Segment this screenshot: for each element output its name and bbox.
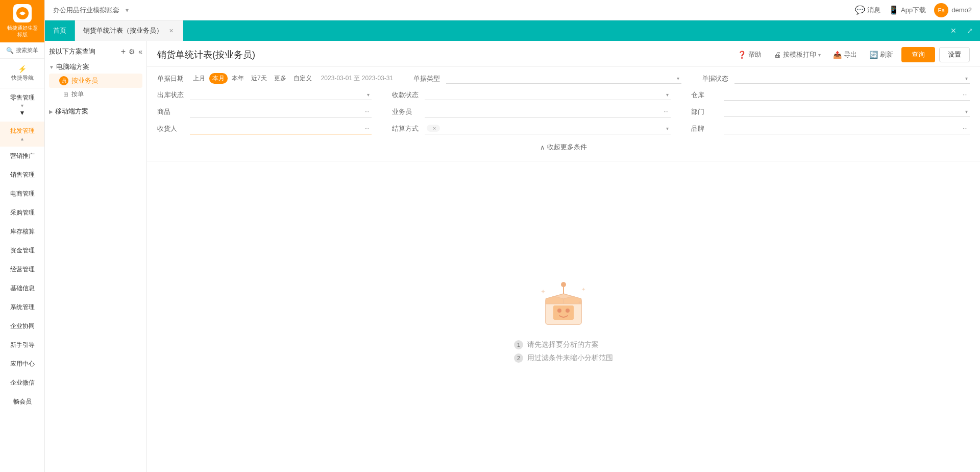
- date-label: 单据日期: [157, 74, 190, 83]
- settings-button[interactable]: 设置: [939, 47, 970, 62]
- warehouse-more-icon[interactable]: ···: [963, 91, 968, 98]
- date-tab-more[interactable]: 更多: [271, 73, 289, 84]
- help-button[interactable]: ❓ 帮助: [733, 48, 766, 61]
- scheme-sub-item-by-order[interactable]: ⊞ 按单: [49, 88, 142, 101]
- brand-label: 品牌: [691, 124, 724, 133]
- export-button[interactable]: 📤 导出: [829, 48, 861, 61]
- sidebar-item-operations[interactable]: 经营管理: [0, 260, 44, 279]
- refresh-button[interactable]: 🔄 刷新: [865, 48, 897, 61]
- pc-scheme-header[interactable]: ▼ 电脑端方案: [49, 60, 142, 74]
- template-print-button[interactable]: 🖨 按模板打印 ▾: [770, 48, 825, 61]
- page-title: 销货单统计表(按业务员): [157, 49, 255, 61]
- mobile-scheme-section: ▶ 移动端方案: [49, 105, 142, 118]
- sidebar-menu: 零售管理 ▼ 批发管理 ▲ 营销推广 销售管理 电商管理 采购管理 库存核算 资…: [0, 88, 44, 472]
- date-range-display: 2023-03-01 至 2023-03-31: [321, 74, 393, 83]
- sidebar-item-newbie[interactable]: 新手引导: [0, 336, 44, 355]
- sidebar-item-retail[interactable]: 零售管理 ▼: [0, 88, 44, 122]
- consignee-label: 收货人: [157, 124, 190, 133]
- date-filter-control: 上月 本月 本年 近7天 更多 自定义 2023-03-01 至 2023-03…: [190, 73, 393, 84]
- pc-scheme-section: ▼ 电脑端方案 员 按业务员 ⊞ 按单: [49, 60, 142, 101]
- date-tab-this-year[interactable]: 本年: [229, 73, 247, 84]
- sidebar-item-basic[interactable]: 基础信息: [0, 279, 44, 298]
- collapse-icon: ∧: [540, 144, 545, 151]
- sidebar-item-purchase[interactable]: 采购管理: [0, 203, 44, 222]
- sidebar-item-wechat[interactable]: 企业微信: [0, 373, 44, 392]
- settings-scheme-button[interactable]: ⚙: [129, 48, 135, 56]
- staff-more-icon[interactable]: ···: [664, 108, 669, 115]
- doc-type-control[interactable]: ▾: [446, 74, 681, 84]
- main-area: 办公用品行业模拟账套 ▾ 💬 消息 📱 App下载 Ea demo2 首页: [45, 0, 980, 472]
- date-tabs: 上月 本月 本年 近7天 更多 自定义: [190, 73, 315, 84]
- topbar-title: 办公用品行业模拟账套: [53, 6, 119, 15]
- warehouse-control[interactable]: ···: [724, 89, 970, 101]
- sidebar: 畅捷通好生意 标版 🔍 搜索菜单 ⚡ 快捷导航 零售管理 ▼ 批发管理 ▲ 营销…: [0, 0, 45, 472]
- page-actions: ❓ 帮助 🖨 按模板打印 ▾ 📤 导出 🔄 刷新: [733, 47, 970, 62]
- query-button[interactable]: 查询: [901, 47, 935, 62]
- brand-control[interactable]: ···: [724, 123, 970, 134]
- goods-more-icon[interactable]: ···: [364, 108, 370, 115]
- tab-close-button[interactable]: ✕: [167, 27, 175, 35]
- collapse-filters-button[interactable]: ∧ 收起更多条件: [157, 139, 970, 155]
- consignee-more-icon[interactable]: ···: [364, 125, 370, 132]
- empty-tips: 1 请先选择要分析的方案 2 用过滤条件来缩小分析范围: [514, 340, 613, 363]
- doc-status-control[interactable]: ▾: [734, 74, 970, 84]
- collapse-panel-button[interactable]: «: [138, 48, 142, 56]
- add-scheme-button[interactable]: +: [121, 47, 126, 56]
- retail-arrow: ▼: [20, 103, 24, 108]
- consignee-control[interactable]: ···: [190, 123, 372, 134]
- sidebar-item-finance[interactable]: 资金管理: [0, 241, 44, 260]
- goods-control[interactable]: ···: [190, 106, 372, 117]
- goods-label: 商品: [157, 107, 190, 116]
- sidebar-item-wholesale[interactable]: 批发管理 ▲: [0, 122, 44, 147]
- logo-icon: [13, 4, 32, 22]
- payment-method-remove-button[interactable]: ×: [433, 125, 436, 131]
- filter-doc-status: 单据状态 ▾: [702, 74, 970, 84]
- tab-sales-stat[interactable]: 销货单统计表（按业务员） ✕: [75, 20, 183, 41]
- payment-method-control[interactable]: × ▾: [425, 123, 671, 134]
- empty-illustration: ✦ ✦ ✦: [533, 271, 594, 332]
- date-tab-last-month[interactable]: 上月: [190, 73, 208, 84]
- filter-doc-type: 单据类型 ▾: [413, 74, 681, 84]
- topbar-right: 💬 消息 📱 App下载 Ea demo2: [855, 3, 972, 17]
- sub-item-icon: ⊞: [63, 91, 68, 98]
- date-tab-this-month[interactable]: 本月: [209, 73, 228, 84]
- sidebar-quick-nav[interactable]: ⚡ 快捷导航: [0, 59, 44, 88]
- payment-status-control[interactable]: ▾: [425, 90, 671, 100]
- message-button[interactable]: 💬 消息: [855, 5, 880, 15]
- brand-more-icon[interactable]: ···: [963, 125, 968, 132]
- filter-row-4: 收货人 ··· 结算方式 ×: [157, 123, 970, 134]
- sidebar-item-member[interactable]: 畅会员: [0, 392, 44, 411]
- dept-control[interactable]: ▾: [724, 107, 970, 117]
- staff-label: 业务员: [392, 107, 425, 116]
- sidebar-shortcut[interactable]: ⚡ 快捷导航: [0, 62, 44, 85]
- doc-type-label: 单据类型: [413, 74, 446, 83]
- sidebar-item-enterprise[interactable]: 企业协同: [0, 317, 44, 336]
- filter-consignee: 收货人 ···: [157, 123, 372, 134]
- out-status-control[interactable]: ▾: [190, 90, 372, 100]
- date-tab-last-7[interactable]: 近7天: [248, 73, 270, 84]
- staff-control[interactable]: ···: [425, 106, 671, 117]
- tab-expand-button[interactable]: ⤢: [964, 25, 976, 37]
- app-download-button[interactable]: 📱 App下载: [889, 5, 926, 15]
- sidebar-item-ecommerce[interactable]: 电商管理: [0, 184, 44, 203]
- sidebar-item-apps[interactable]: 应用中心: [0, 355, 44, 373]
- mobile-scheme-header[interactable]: ▶ 移动端方案: [49, 105, 142, 118]
- sidebar-search[interactable]: 🔍 搜索菜单: [0, 42, 44, 59]
- filter-area: 单据日期 上月 本月 本年 近7天 更多 自定义 2023-03-01 至 20…: [147, 67, 980, 161]
- user-profile[interactable]: Ea demo2: [934, 3, 972, 17]
- page-header: 销货单统计表(按业务员) ❓ 帮助 🖨 按模板打印 ▾ 📤 导出: [147, 41, 980, 67]
- sidebar-item-inventory[interactable]: 库存核算: [0, 222, 44, 241]
- sidebar-item-marketing[interactable]: 营销推广: [0, 147, 44, 166]
- tab-close-all-button[interactable]: ✕: [947, 25, 960, 37]
- filter-staff: 业务员 ···: [392, 106, 671, 117]
- tab-home[interactable]: 首页: [45, 20, 75, 41]
- sidebar-item-system[interactable]: 系统管理: [0, 298, 44, 317]
- topbar-dropdown-icon[interactable]: ▾: [126, 7, 129, 14]
- date-tab-custom[interactable]: 自定义: [290, 73, 315, 84]
- scheme-item-by-staff[interactable]: 员 按业务员: [49, 74, 142, 88]
- sidebar-item-sales[interactable]: 销售管理: [0, 166, 44, 184]
- empty-state: ✦ ✦ ✦ 1 请先选择要分析的方案 2 用过滤条件来缩小分析范围: [147, 161, 980, 472]
- mobile-scheme-arrow: ▶: [49, 109, 53, 114]
- filter-row-2: 出库状态 ▾ 收款状态 ▾: [157, 89, 970, 101]
- tabbar: 首页 销货单统计表（按业务员） ✕ ✕ ⤢: [45, 20, 980, 41]
